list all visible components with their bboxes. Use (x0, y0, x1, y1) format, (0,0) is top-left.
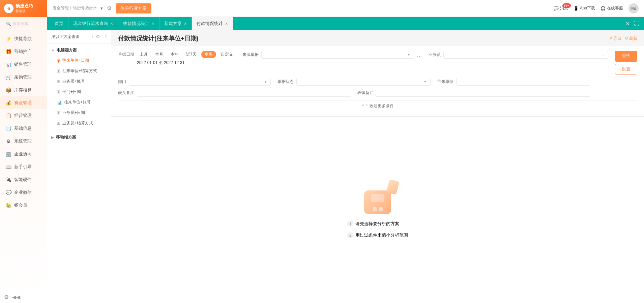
scheme-staff-settle[interactable]: ⊞ 业务员+结算方式 (47, 118, 111, 128)
scheme-icon: ⊞ (57, 79, 60, 84)
scheme-dept-date[interactable]: ⊞ 部门+日期 (47, 87, 111, 97)
setting-button[interactable]: 设置 (615, 64, 637, 74)
sidebar-item-label: 新手引导 (14, 164, 32, 170)
trial-button[interactable]: 体验行业方案 (116, 3, 151, 13)
search-icon: 🔍 (6, 22, 11, 26)
source-label: 来源单据 (242, 52, 259, 58)
topbar: 资金管理 / 付款情况统计 ▾ ⚙ 体验行业方案 💬 消息 99+ 📱 App下… (47, 0, 644, 17)
sidebar-item-enterprise[interactable]: 🏢 企业协同 (0, 148, 47, 160)
desktop-schemes-group[interactable]: ▼ 电脑端方案 (47, 46, 111, 55)
date-btn-more[interactable]: 更多 (201, 51, 216, 58)
sidebar-item-inventory[interactable]: 📦 库存核算 (0, 84, 47, 96)
tab-close-cashflow[interactable]: ✕ (110, 22, 113, 26)
tab-maximize-icon[interactable]: ⛶ (632, 21, 641, 27)
date-btn-7days[interactable]: 近7天 (183, 51, 199, 58)
source-dots[interactable]: ... (417, 52, 422, 58)
breadcrumb-dropdown[interactable]: ▾ (100, 6, 103, 11)
sidebar-item-purchase[interactable]: 🛒 采购管理 (0, 71, 47, 84)
mobile-schemes-group[interactable]: ▶ 移动端方案 (47, 132, 111, 142)
sidebar-item-marketing[interactable]: 🎁 营销推广 (0, 45, 47, 58)
staff-select[interactable]: ... (443, 51, 608, 59)
staff-select-arrow: ... (602, 53, 605, 57)
phone-icon: 📱 (574, 6, 579, 11)
scheme-staff-date[interactable]: ⊞ 业务员+日期 (47, 108, 111, 118)
scheme-icon: ⊞ (57, 89, 60, 94)
tab-receipts[interactable]: 收款情况统计 ✕ (118, 17, 159, 30)
dept-select-arrow: ▼ (264, 80, 267, 84)
sidebar-item-wechat[interactable]: 💬 企业微信 (0, 186, 47, 199)
sidebar-item-quicknav[interactable]: ⚡ 快捷导航 (0, 32, 47, 45)
doc-status-select[interactable]: ▼ (296, 78, 430, 86)
dept-select[interactable]: ▼ (129, 78, 271, 86)
tab-close-receipts[interactable]: ✕ (151, 22, 154, 26)
date-btn-custom[interactable]: 自定义 (218, 51, 236, 58)
body-note-label: 表体备注 (357, 90, 374, 96)
header-note-input[interactable] (137, 89, 351, 97)
scheme-partner-account[interactable]: 📊 往来单位+账号 (47, 97, 111, 108)
quicknav-icon: ⚡ (5, 36, 11, 42)
export-icon: ↗ (609, 36, 612, 41)
tab-close-all-icon[interactable]: ✕ (623, 21, 632, 27)
left-panel: 按以下方案查询 + ⚙ 《 ▼ 电脑端方案 ◉ 往来单位+日期 ⊞ (47, 30, 111, 303)
sidebar-item-basic[interactable]: 📑 基础信息 (0, 122, 47, 135)
scheme-partner-date[interactable]: ◉ 往来单位+日期 (47, 55, 111, 66)
headset-icon: 🎧 (601, 6, 606, 11)
body-note-input[interactable] (376, 89, 590, 97)
filter-partner: 往来单位 ... (437, 78, 590, 86)
breadcrumb: 资金管理 / 付款情况统计 (53, 5, 96, 11)
sidebar-item-operation[interactable]: 📋 经营管理 (0, 109, 47, 122)
scheme-partner-settle[interactable]: ⊞ 往来单位+结算方式 (47, 66, 111, 76)
tab-cashflow[interactable]: 现金银行流水查询 ✕ (68, 17, 118, 30)
tab-close-new-plan[interactable]: ✕ (184, 22, 187, 26)
sidebar-item-system[interactable]: ⚙ 系统管理 (0, 135, 47, 148)
collapse-filter-button[interactable]: ⌃⌃ 收起更多条件 (118, 100, 637, 112)
sidebar-item-finance[interactable]: 💰 资金管理 (0, 96, 47, 109)
user-avatar[interactable]: Rit (628, 3, 639, 13)
tabbar: 首页 现金银行流水查询 ✕ 收款情况统计 ✕ 新建方案 ✕ 付款情况统计 ✕ ✕… (47, 17, 644, 30)
date-btn-this-year[interactable]: 本年 (168, 51, 181, 58)
source-select[interactable]: ▼ (261, 51, 414, 59)
partner-label: 往来单位 (437, 79, 453, 85)
scheme-chart-icon: 📊 (57, 100, 62, 105)
online-service-button[interactable]: 🎧 在线客服 (601, 5, 623, 11)
date-btn-last-month[interactable]: 上月 (137, 51, 150, 58)
system-icon: ⚙ (5, 138, 11, 144)
topbar-gear-icon[interactable]: ⚙ (107, 5, 112, 11)
sidebar-item-label: 快捷导航 (14, 36, 32, 42)
sidebar-item-sales[interactable]: 📊 销售管理 (0, 58, 47, 71)
footer-settings-icon[interactable]: ⚙ (4, 294, 9, 300)
main-area: 资金管理 / 付款情况统计 ▾ ⚙ 体验行业方案 💬 消息 99+ 📱 App下… (47, 0, 644, 303)
scheme-staff-account[interactable]: ⊞ 业务员+账号 (47, 76, 111, 87)
footer-collapse-icon[interactable]: ◀◀ (12, 294, 20, 300)
left-panel-collapse-icon[interactable]: 《 (102, 34, 107, 40)
tab-new-plan[interactable]: 新建方案 ✕ (159, 17, 192, 30)
partner-select[interactable]: ... (456, 78, 590, 86)
sidebar-item-hardware[interactable]: 🔌 智能硬件 (0, 173, 47, 186)
sidebar-logo: 6 畅捷通巧 标准版 (0, 0, 47, 17)
query-button[interactable]: 查询 (615, 51, 637, 62)
filter-action-buttons: 查询 设置 (615, 51, 637, 74)
sidebar-item-member[interactable]: 👑 畅会员 (0, 199, 47, 212)
enterprise-icon: 🏢 (5, 151, 11, 157)
filter-header-note: 表头备注 (118, 89, 351, 97)
tab-close-payment-stats[interactable]: ✕ (225, 22, 228, 26)
sidebar-search-area[interactable]: 🔍 搜索菜单 (0, 17, 47, 31)
add-scheme-icon[interactable]: + (91, 34, 94, 39)
export-button[interactable]: ↗ 导出 (609, 36, 621, 41)
refresh-button[interactable]: ↺ 刷新 (625, 36, 637, 41)
date-range-display[interactable]: 2022-01-01 至 2022-12-31 (137, 60, 184, 66)
messages-button[interactable]: 💬 消息 99+ (554, 5, 568, 11)
app-download-button[interactable]: 📱 App下载 (574, 5, 595, 11)
sidebar-item-guide[interactable]: 📖 新手引导 (0, 160, 47, 173)
scheme-settings-icon[interactable]: ⚙ (96, 34, 100, 39)
empty-state: 1 请先选择要分析的方案 2 用过滤条件来缩小分析范围 (111, 117, 644, 303)
filter-row-2: 部门 ▼ 单据状态 ▼ 往来单位 (118, 78, 637, 86)
date-btn-this-month[interactable]: 本月 (152, 51, 166, 58)
inventory-icon: 📦 (5, 87, 11, 93)
tab-payment-stats[interactable]: 付款情况统计 ✕ (192, 17, 233, 30)
empty-hint-2: 2 用过滤条件来缩小分析范围 (347, 232, 408, 238)
dept-label: 部门 (118, 79, 126, 85)
collapse-arrow-icon: ⌃⌃ (361, 104, 368, 109)
tab-home[interactable]: 首页 (50, 17, 68, 30)
filter-source: 来源单据 ▼ ... (242, 51, 422, 59)
